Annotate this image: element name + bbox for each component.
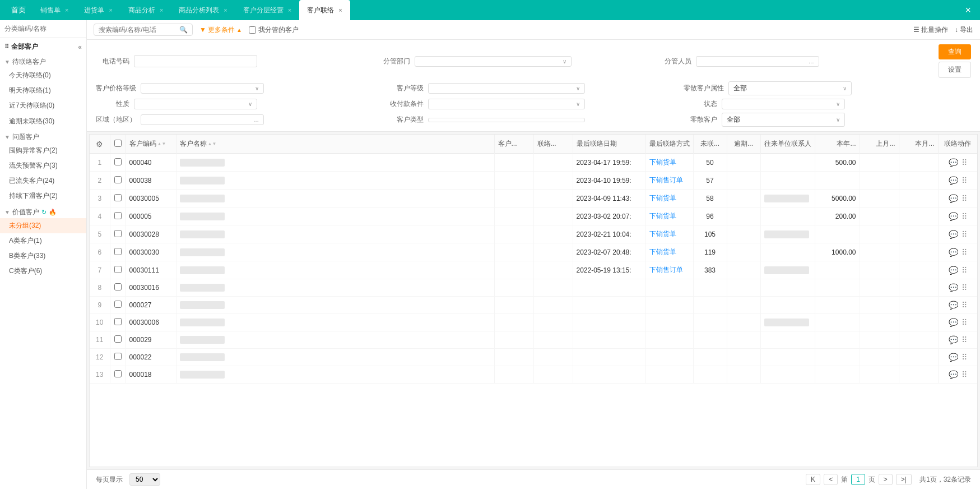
nav-tab-customer-contact[interactable]: 客户联络 × [299,0,350,20]
sidebar-item-hoard[interactable]: 囤购异常客户(2) [0,143,86,158]
more-icon[interactable]: ⠿ [962,335,967,344]
sidebar-item-declining[interactable]: 持续下滑客户(2) [0,188,86,204]
sidebar-item-churn-warning[interactable]: 流失预警客户(3) [0,158,86,173]
close-customer-mgmt-tab[interactable]: × [288,7,291,13]
my-customers-filter[interactable]: 我分管的客户 [249,25,299,35]
search-icon[interactable]: 🔍 [179,26,188,34]
contact-icon[interactable]: 💬 [949,335,958,344]
retail-customer-select[interactable]: 全部∨ [722,113,845,127]
contact-icon[interactable]: 💬 [949,370,958,379]
more-icon[interactable]: ⠿ [962,248,967,257]
close-customer-contact-tab[interactable]: × [338,7,342,13]
row-checkbox[interactable] [114,230,122,237]
last-page-btn[interactable]: >| [896,474,912,485]
all-customers-header[interactable]: ⠿ 全部客户 « [0,38,86,54]
nav-home[interactable]: 首页 [4,5,32,15]
more-icon[interactable]: ⠿ [962,283,967,292]
row-checkbox[interactable] [114,370,122,377]
sidebar-item-churned[interactable]: 已流失客户(24) [0,173,86,188]
nav-tab-sales[interactable]: 销售单 × [32,0,76,20]
more-icon[interactable]: ⠿ [962,353,967,362]
more-icon[interactable]: ⠿ [962,318,967,327]
row-checkbox[interactable] [114,176,122,183]
close-product-tab[interactable]: × [160,7,163,13]
retail-attr-select[interactable]: 全部∨ [728,81,852,95]
pending-contact-group[interactable]: ▼ 待联络客户 [0,54,86,68]
reset-btn[interactable]: 设置 [939,62,971,78]
sidebar-item-class-a[interactable]: A类客户(1) [0,233,86,248]
sidebar-search-input[interactable] [4,25,87,33]
nav-tab-customer-mgmt[interactable]: 客户分层经营 × [235,0,299,20]
row-checkbox[interactable] [114,266,122,273]
contact-icon[interactable]: 💬 [949,301,958,310]
region-select[interactable]: … [141,114,264,125]
more-icon[interactable]: ⠿ [962,266,967,275]
more-icon[interactable]: ⠿ [962,176,967,185]
contact-icon[interactable]: 💬 [949,212,958,221]
row-lastway-link[interactable]: 下销货单 [649,194,676,202]
row-lastway-link[interactable]: 下销售订单 [649,176,683,184]
first-page-btn[interactable]: K [806,474,820,485]
row-checkbox[interactable] [114,335,122,343]
person-select[interactable]: … [696,56,819,67]
contact-icon[interactable]: 💬 [949,283,958,292]
row-lastway-link[interactable]: 下销货单 [649,230,676,238]
row-checkbox[interactable] [114,248,122,255]
row-checkbox[interactable] [114,158,122,165]
select-all-checkbox[interactable] [114,140,122,147]
export-btn[interactable]: ↓ 导出 [955,25,973,35]
more-icon[interactable]: ⠿ [962,230,967,239]
sidebar-item-ungroup[interactable]: 未分组(32) [0,218,86,233]
row-checkbox[interactable] [114,318,122,325]
batch-op-btn[interactable]: ☰ 批量操作 [913,25,948,35]
th-settings[interactable]: ⚙ [90,135,110,154]
sidebar-item-today[interactable]: 今天待联络(0) [0,68,86,83]
contact-icon[interactable]: 💬 [949,353,958,362]
dept-select[interactable]: ∨ [415,56,572,67]
status-select[interactable]: ∨ [722,99,845,109]
close-purchase-tab[interactable]: × [109,7,112,13]
name-sort[interactable]: ▲▼ [208,142,217,146]
more-icon[interactable]: ⠿ [962,301,967,310]
payment-select[interactable]: ∨ [428,99,585,109]
row-checkbox[interactable] [114,353,122,360]
sidebar-item-7days[interactable]: 近7天待联络(0) [0,98,86,113]
collapse-btn[interactable]: « [78,43,82,51]
row-checkbox[interactable] [114,283,122,290]
sidebar-item-tomorrow[interactable]: 明天待联络(1) [0,83,86,98]
price-level-select[interactable]: ∨ [141,83,264,94]
value-customers-group[interactable]: ▼ 价值客户 ↻ 🔥 [0,204,86,218]
customer-type-select[interactable] [428,118,585,122]
more-conditions-btn[interactable]: ▼ 更多条件 ▲ [199,25,242,35]
sidebar-item-class-c[interactable]: C类客户(6) [0,264,86,279]
more-icon[interactable]: ⠿ [962,158,967,167]
contact-icon[interactable]: 💬 [949,194,958,203]
close-product-list-tab[interactable]: × [224,7,227,13]
code-sort[interactable]: ▲▼ [157,142,166,146]
contact-icon[interactable]: 💬 [949,318,958,327]
phone-input[interactable] [134,55,257,67]
row-lastway-link[interactable]: 下销货单 [649,212,676,220]
contact-icon[interactable]: 💬 [949,158,958,167]
customer-level-select[interactable]: ∨ [428,83,585,94]
search-input[interactable] [99,26,177,34]
gender-select[interactable]: ∨ [134,99,257,109]
row-checkbox[interactable] [114,194,122,201]
more-icon[interactable]: ⠿ [962,212,967,221]
problem-customers-group[interactable]: ▼ 问题客户 [0,129,86,143]
page-size-select[interactable]: 50 10 20 100 [129,473,160,486]
contact-icon[interactable]: 💬 [949,266,958,275]
close-all-button[interactable]: × [960,4,976,16]
nav-tab-product-analysis[interactable]: 商品分析 × [120,0,171,20]
query-btn[interactable]: 查询 [939,44,971,59]
more-icon[interactable]: ⠿ [962,194,967,203]
row-checkbox[interactable] [114,301,122,308]
more-icon[interactable]: ⠿ [962,370,967,379]
sidebar-item-class-b[interactable]: B类客户(33) [0,248,86,264]
prev-page-btn[interactable]: < [824,474,838,485]
contact-icon[interactable]: 💬 [949,230,958,239]
contact-icon[interactable]: 💬 [949,248,958,257]
next-page-btn[interactable]: > [879,474,893,485]
close-sales-tab[interactable]: × [65,7,68,13]
nav-tab-purchase[interactable]: 进货单 × [76,0,120,20]
